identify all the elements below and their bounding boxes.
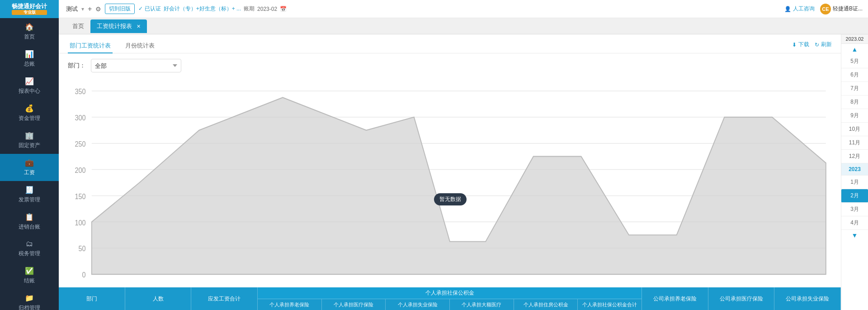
tax-icon: 🗂 xyxy=(26,240,33,248)
brand-edition: 专业版 xyxy=(12,10,47,15)
month-2[interactable]: 2月 xyxy=(841,189,868,203)
panel-down-arrow[interactable]: ▼ xyxy=(841,230,868,241)
tab-payroll-report[interactable]: 工资统计报表 ✕ xyxy=(90,19,147,33)
month-7[interactable]: 7月 xyxy=(841,82,868,95)
sidebar-label-payroll: 工资 xyxy=(24,169,35,176)
svg-text:150: 150 xyxy=(75,192,85,200)
tags: 好会计（专）+好生意（标）+ ... xyxy=(164,5,241,13)
project-name: 测试 xyxy=(66,5,78,13)
month-3[interactable]: 3月 xyxy=(841,203,868,216)
brand-logo: 畅捷通好会计 专业版 xyxy=(12,3,47,14)
header-right: 👤 人工咨询 CE 轻捷通B证... xyxy=(784,4,863,14)
period-value: 2023-02 xyxy=(257,6,277,12)
col-group-personal: 个人承担社保公积金 个人承担养老保险 个人承担医疗保险 个人承担失业保险 个人承… xyxy=(258,287,642,310)
sidebar-label-invoice: 发票管理 xyxy=(19,196,40,204)
svg-text:300: 300 xyxy=(75,114,85,122)
month-12[interactable]: 12月 xyxy=(841,150,868,163)
tab-home[interactable]: 首页 xyxy=(66,19,90,33)
user-area[interactable]: CE 轻捷通B证... xyxy=(820,4,863,14)
payroll-icon: 💼 xyxy=(25,158,34,167)
calendar-icon[interactable]: 📅 xyxy=(280,6,287,12)
panel-up-arrow[interactable]: ▲ xyxy=(841,44,868,55)
month-4[interactable]: 4月 xyxy=(841,216,868,230)
sidebar-label-funds: 资金管理 xyxy=(19,114,40,122)
month-8[interactable]: 8月 xyxy=(841,95,868,109)
assets-icon: 🏢 xyxy=(25,131,34,140)
sidebar-label-home: 首页 xyxy=(24,33,35,41)
consult-button[interactable]: 👤 人工咨询 xyxy=(784,5,815,13)
month-10[interactable]: 10月 xyxy=(841,123,868,136)
consult-icon: 👤 xyxy=(784,6,791,12)
sidebar-label-archive: 归档管理 xyxy=(19,304,40,310)
user-label: 轻捷通B证... xyxy=(833,5,863,13)
tab-close-icon[interactable]: ✕ xyxy=(137,24,141,29)
month-1[interactable]: 1月 xyxy=(841,176,868,189)
consult-label: 人工咨询 xyxy=(793,5,815,13)
dept-filter-label: 部门： xyxy=(68,62,85,70)
svg-text:50: 50 xyxy=(78,245,85,253)
sidebar-label-ledger: 总账 xyxy=(24,60,35,68)
svg-text:100: 100 xyxy=(75,219,85,227)
panel-current-date: 2023.02 xyxy=(846,36,864,42)
col-group-personal-header: 个人承担社保公积金 xyxy=(258,287,642,299)
sidebar-item-archive[interactable]: 📁 归档管理 xyxy=(0,289,59,310)
sidebar-item-ledger[interactable]: 📊 总账 xyxy=(0,45,59,72)
sidebar-item-tax[interactable]: 🗂 税务管理 xyxy=(0,235,59,262)
svg-text:250: 250 xyxy=(75,140,85,148)
download-icon: ⬇ xyxy=(792,42,797,48)
dept-filter-select[interactable]: 全部 xyxy=(91,59,181,72)
sub-tab-bar: 部门工资统计表 月份统计表 ⬇ 下载 ↻ 刷新 xyxy=(59,34,841,53)
sidebar: 🏠 首页 📊 总账 📈 报表中心 💰 资金管理 🏢 固定资产 💼 工资 🧾 发票… xyxy=(0,18,59,310)
month-11[interactable]: 11月 xyxy=(841,136,868,150)
col-personal-housing: 个人承担住房公积金 xyxy=(514,299,578,310)
sub-tab-dept[interactable]: 部门工资统计表 xyxy=(68,39,113,53)
col-company-medical: 公司承担医疗保险 xyxy=(708,287,775,310)
download-button[interactable]: ⬇ 下载 xyxy=(792,41,809,48)
chart-svg: 0 50 100 150 200 250 300 350 xyxy=(68,78,832,287)
brand-name: 畅捷通好会计 xyxy=(12,3,47,10)
month-9[interactable]: 9月 xyxy=(841,109,868,123)
sidebar-item-sales[interactable]: 📋 进销台账 xyxy=(0,208,59,235)
closing-icon: ✅ xyxy=(25,267,34,275)
sidebar-item-invoice[interactable]: 🧾 发票管理 xyxy=(0,181,59,208)
tab-payroll-label: 工资统计报表 xyxy=(97,23,132,29)
col-dept: 部门 xyxy=(59,287,125,310)
add-button[interactable]: + xyxy=(88,5,92,13)
sidebar-item-funds[interactable]: 💰 资金管理 xyxy=(0,100,59,127)
filter-row: 部门： 全部 xyxy=(59,53,841,78)
sub-tab-month-label: 月份统计表 xyxy=(125,42,155,49)
col-personal-medical: 个人承担医疗保险 xyxy=(322,299,386,310)
project-dropdown-icon[interactable]: ▾ xyxy=(81,6,84,12)
sidebar-label-tax: 税务管理 xyxy=(19,250,40,258)
right-panel: 2023.02 ▲ 5月 6月 7月 8月 9月 10月 11月 12月 202… xyxy=(841,34,868,310)
svg-text:350: 350 xyxy=(75,88,85,96)
col-personal-pension: 个人承担养老保险 xyxy=(258,299,322,310)
switch-old-button[interactable]: 切到旧版 xyxy=(105,4,135,14)
sub-tab-month[interactable]: 月份统计表 xyxy=(123,39,156,53)
refresh-button[interactable]: ↻ 刷新 xyxy=(815,41,832,48)
sidebar-item-closing[interactable]: ✅ 结账 xyxy=(0,262,59,289)
top-header: 畅捷通好会计 专业版 测试 ▾ + ⚙ 切到旧版 ✓ 已认证 好会计（专）+好生… xyxy=(0,0,868,18)
sidebar-item-reports[interactable]: 📈 报表中心 xyxy=(0,72,59,100)
invoice-icon: 🧾 xyxy=(25,186,34,194)
sidebar-label-assets: 固定资产 xyxy=(19,142,40,149)
month-5[interactable]: 5月 xyxy=(841,55,868,68)
refresh-icon: ↻ xyxy=(815,42,819,48)
col-personal-total: 个人承担社保公积金合计 xyxy=(578,299,642,310)
tab-bar: 首页 工资统计报表 ✕ xyxy=(59,18,868,34)
sub-tab-actions: ⬇ 下载 ↻ 刷新 xyxy=(792,41,832,51)
settings-icon[interactable]: ⚙ xyxy=(95,5,101,13)
sidebar-label-closing: 结账 xyxy=(24,277,35,285)
refresh-label: 刷新 xyxy=(821,41,832,48)
month-6[interactable]: 6月 xyxy=(841,68,868,82)
reports-icon: 📈 xyxy=(25,77,34,86)
sidebar-item-payroll[interactable]: 💼 工资 xyxy=(0,154,59,181)
sidebar-item-home[interactable]: 🏠 首页 xyxy=(0,18,59,45)
period-label: 账期 xyxy=(244,5,255,13)
main-layout: 🏠 首页 📊 总账 📈 报表中心 💰 资金管理 🏢 固定资产 💼 工资 🧾 发票… xyxy=(0,18,868,310)
archive-icon: 📁 xyxy=(25,294,34,302)
sidebar-item-assets[interactable]: 🏢 固定资产 xyxy=(0,127,59,154)
brand-area: 畅捷通好会计 专业版 xyxy=(0,0,59,18)
year-2023: 2023 xyxy=(841,163,868,176)
ledger-icon: 📊 xyxy=(25,50,34,58)
